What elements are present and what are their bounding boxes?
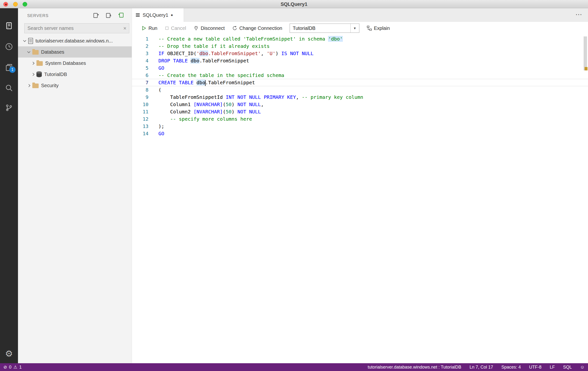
code-line[interactable]: 6-- Create the table in the specified sc…	[132, 72, 588, 79]
server-tree: tutorialserver.database.windows.n...Data…	[18, 35, 132, 91]
servers-viewlet-button[interactable]	[0, 19, 18, 32]
servers-sidebar: SERVERS	[18, 8, 132, 363]
errors-icon[interactable]: ⊘	[3, 364, 7, 370]
explain-icon	[367, 25, 372, 31]
code-lines: 1-- Create a new table called 'TableFrom…	[132, 35, 588, 137]
tree-item-label: Security	[41, 83, 59, 88]
dropdown-caret-icon[interactable]: ▼	[350, 24, 359, 32]
run-label: Run	[148, 25, 158, 31]
status-bar: ⊘ 0 ⚠ 1 tutorialserver.database.windows.…	[0, 363, 588, 371]
line-text: GO	[148, 131, 164, 136]
line-number: 12	[132, 115, 148, 123]
task-history-button[interactable]	[0, 40, 18, 53]
server-search-input[interactable]	[24, 25, 121, 31]
search-viewlet-button[interactable]	[0, 81, 18, 95]
code-line[interactable]: 9 TableFromSnippetId INT NOT NULL PRIMAR…	[132, 93, 588, 101]
servers-icon	[5, 22, 13, 30]
code-line[interactable]: 12 -- specify more columns here	[132, 115, 588, 123]
branch-icon	[5, 104, 13, 112]
database-icon	[36, 71, 42, 77]
line-text: Column2 [NVARCHAR](50) NOT NULL	[148, 109, 261, 115]
line-text: -- Drop the table if it already exists	[148, 43, 270, 49]
line-text: -- Create a new table called 'TableFromS…	[148, 36, 343, 42]
code-line[interactable]: 5GO	[132, 64, 588, 72]
settings-gear-button[interactable]: ⚙	[0, 348, 18, 360]
code-line[interactable]: 13);	[132, 123, 588, 130]
line-text: -- Create the table in the specified sch…	[148, 72, 284, 78]
twistie-icon[interactable]	[23, 39, 26, 42]
code-line[interactable]: 7CREATE TABLE dbo.TableFromSnippet	[132, 79, 588, 86]
new-server-group-button[interactable]	[105, 12, 112, 19]
connection-status[interactable]: tutorialserver.database.windows.net : Tu…	[368, 365, 461, 370]
sql-file-icon	[135, 13, 140, 18]
warnings-icon[interactable]: ⚠	[13, 364, 17, 370]
twistie-icon[interactable]	[31, 62, 34, 65]
line-number: 1	[132, 35, 148, 42]
scrollbar-thumb[interactable]	[584, 36, 587, 70]
tree-item-label: System Databases	[45, 61, 86, 66]
tree-item-label: Databases	[41, 49, 64, 55]
language-mode[interactable]: SQL	[563, 365, 572, 370]
running-queries-button[interactable]: 1	[0, 61, 18, 74]
code-line[interactable]: 3IF OBJECT_ID('dbo.TableFromSnippet', 'U…	[132, 50, 588, 57]
code-line[interactable]: 10 Column1 [NVARCHAR](50) NOT NULL,	[132, 101, 588, 108]
new-server-group-icon	[105, 12, 112, 19]
code-line[interactable]: 14GO	[132, 130, 588, 137]
modified-indicator-icon[interactable]: ●	[171, 13, 173, 17]
cancel-button[interactable]: Cancel	[165, 25, 186, 31]
line-number: 10	[132, 101, 148, 108]
indentation-status[interactable]: Spaces: 4	[502, 365, 521, 370]
run-button[interactable]: Run	[142, 25, 158, 31]
feedback-smiley-icon[interactable]: ☺	[580, 365, 585, 370]
change-connection-button[interactable]: Change Connection	[232, 25, 282, 31]
sidebar-title: SERVERS	[27, 13, 49, 18]
eol-status[interactable]: LF	[550, 365, 555, 370]
tab-sqlquery1[interactable]: SQLQuery1 ●	[132, 8, 184, 22]
cursor-position[interactable]: Ln 7, Col 17	[469, 365, 493, 370]
server-icon	[28, 38, 33, 44]
code-line[interactable]: 8(	[132, 86, 588, 93]
tree-item-label: TutorialDB	[44, 72, 67, 77]
explain-label: Explain	[374, 25, 390, 31]
code-editor[interactable]: 1-- Create a new table called 'TableFrom…	[132, 34, 588, 363]
twistie-icon[interactable]	[31, 73, 34, 76]
errors-count[interactable]: 0	[9, 365, 11, 370]
cancel-label: Cancel	[171, 25, 186, 31]
line-text: CREATE TABLE dbo.TableFromSnippet	[148, 80, 255, 85]
tree-item-system-databases[interactable]: System Databases	[18, 58, 132, 69]
line-number: 6	[132, 72, 148, 79]
line-text: );	[148, 123, 164, 129]
source-control-button[interactable]	[0, 101, 18, 115]
tree-item-label: tutorialserver.database.windows.n...	[35, 38, 113, 44]
line-number: 14	[132, 130, 148, 137]
editor-area: SQLQuery1 ● ⋯ Run Cancel	[132, 8, 588, 363]
disconnect-button[interactable]: Disconnect	[193, 25, 225, 31]
twistie-icon[interactable]	[27, 84, 30, 87]
tree-item-security[interactable]: Security	[18, 80, 132, 91]
line-text: GO	[148, 65, 164, 71]
twistie-icon[interactable]	[27, 50, 30, 53]
tree-item-tutorialdb[interactable]: TutorialDB	[18, 69, 132, 80]
more-actions-button[interactable]: ⋯	[575, 8, 582, 22]
search-clear-icon[interactable]: ×	[121, 25, 129, 31]
encoding-status[interactable]: UTF-8	[529, 365, 542, 370]
line-number: 5	[132, 64, 148, 72]
code-line[interactable]: 4DROP TABLE dbo.TableFromSnippet	[132, 57, 588, 64]
tree-item-tutorialserver-database-windows-n[interactable]: tutorialserver.database.windows.n...	[18, 35, 132, 46]
line-number: 8	[132, 86, 148, 93]
database-dropdown[interactable]: TutorialDB ▼	[290, 23, 359, 33]
warnings-count[interactable]: 1	[19, 365, 22, 370]
active-connections-button[interactable]	[118, 12, 125, 19]
explain-button[interactable]: Explain	[367, 25, 390, 31]
query-toolbar: Run Cancel Disconnect Change Connection	[132, 22, 588, 34]
code-line[interactable]: 11 Column2 [NVARCHAR](50) NOT NULL	[132, 108, 588, 115]
new-connection-button[interactable]	[92, 12, 100, 19]
app-window: SQLQuery1 1 ⚙	[0, 0, 588, 371]
line-text: TableFromSnippetId INT NOT NULL PRIMARY …	[148, 94, 363, 100]
code-line[interactable]: 2-- Drop the table if it already exists	[132, 42, 588, 50]
line-text: IF OBJECT_ID('dbo.TableFromSnippet', 'U'…	[148, 51, 314, 56]
tab-title: SQLQuery1	[143, 12, 168, 18]
code-line[interactable]: 1-- Create a new table called 'TableFrom…	[132, 35, 588, 42]
line-number: 3	[132, 50, 148, 57]
tree-item-databases[interactable]: Databases	[18, 46, 132, 58]
